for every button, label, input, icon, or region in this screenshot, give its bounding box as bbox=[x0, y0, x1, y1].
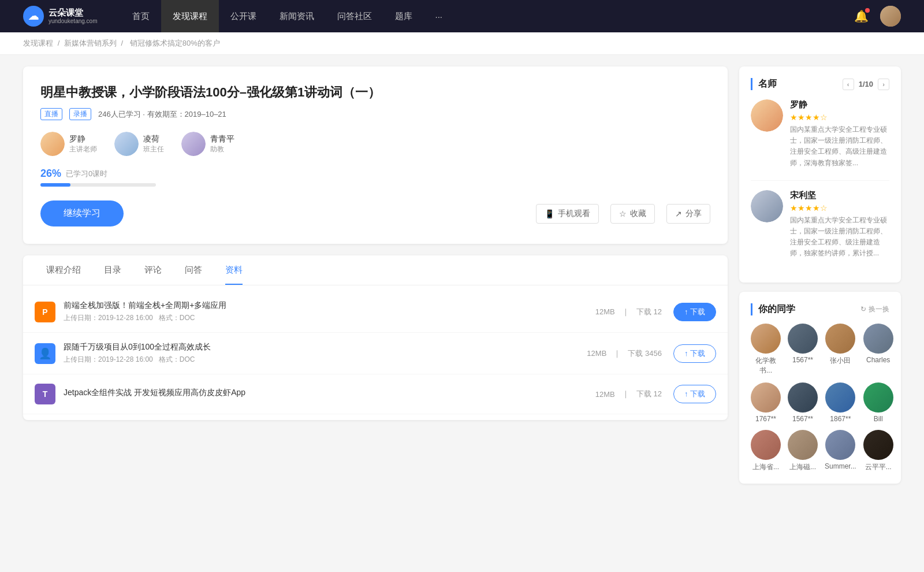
resource-stats-2: 12MB ｜ 下载 3456 bbox=[587, 348, 662, 359]
refresh-button[interactable]: ↻ 换一换 bbox=[860, 304, 889, 314]
nav-more[interactable]: ··· bbox=[424, 0, 454, 32]
student-1-avatar bbox=[751, 324, 781, 354]
sidebar-teacher-2-avatar bbox=[751, 190, 783, 222]
sidebar: 名师 ‹ 1/10 › 罗静 ★★★★☆ bbox=[739, 66, 901, 493]
student-11-avatar bbox=[825, 430, 855, 460]
students-grid: 化学教书... 1567** 张小田 Charles 1767** bbox=[751, 324, 889, 472]
sidebar-teacher-2-img bbox=[751, 190, 783, 222]
share-button[interactable]: ↗ 分享 bbox=[666, 204, 710, 224]
logo[interactable]: ☁ 云朵课堂 yundouketang.com bbox=[23, 6, 98, 27]
resource-name-2: 跟随千万级项目从0到100全过程高效成长 bbox=[64, 342, 587, 352]
resource-name-1: 前端全栈加强版！前端全栈+全周期+多端应用 bbox=[64, 300, 595, 311]
tab-resources[interactable]: 资料 bbox=[214, 255, 254, 285]
tab-qa[interactable]: 问答 bbox=[173, 255, 214, 285]
progress-header: 26% 已学习0课时 bbox=[40, 168, 710, 180]
teacher-3-info: 青青平 助教 bbox=[210, 134, 234, 154]
teacher-1-avatar-img bbox=[40, 132, 65, 156]
resource-icon-1: P bbox=[35, 302, 55, 322]
course-card: 明星中教授课，小学阶段语法100分–强化级第1讲动词（一） 直播 录播 246人… bbox=[23, 66, 728, 244]
tab-intro[interactable]: 课程介绍 bbox=[35, 255, 92, 285]
student-4: Charles bbox=[863, 324, 893, 376]
tab-catalog[interactable]: 目录 bbox=[92, 255, 133, 285]
refresh-icon: ↻ bbox=[860, 305, 866, 313]
breadcrumb-link-discover[interactable]: 发现课程 bbox=[23, 39, 53, 47]
nav-home[interactable]: 首页 bbox=[121, 0, 161, 32]
student-11: Summer... bbox=[825, 430, 856, 472]
prev-teacher-arrow[interactable]: ‹ bbox=[843, 79, 854, 90]
logo-text: 云朵课堂 yundouketang.com bbox=[49, 8, 98, 25]
download-button-2[interactable]: ↑ 下载 bbox=[673, 344, 716, 363]
famous-teachers-card: 名师 ‹ 1/10 › 罗静 ★★★★☆ bbox=[739, 66, 901, 283]
next-teacher-arrow[interactable]: › bbox=[878, 79, 889, 90]
nav-news[interactable]: 新闻资讯 bbox=[268, 0, 326, 32]
download-button-3[interactable]: ↑ 下载 bbox=[673, 385, 716, 403]
logo-icon: ☁ bbox=[23, 6, 44, 27]
course-actions: 继续学习 📱 手机观看 ☆ 收藏 ↗ 分享 bbox=[40, 200, 710, 226]
sidebar-teacher-1-stars: ★★★★☆ bbox=[790, 113, 889, 122]
student-8-name: Bill bbox=[874, 415, 883, 423]
tab-review[interactable]: 评论 bbox=[133, 255, 173, 285]
teacher-divider bbox=[751, 180, 889, 181]
nav-qa[interactable]: 问答社区 bbox=[326, 0, 383, 32]
resource-meta-2: 上传日期：2019-12-28 16:00 格式：DOC bbox=[64, 355, 587, 365]
tabs-card: 课程介绍 目录 评论 问答 资料 P 前端全栈加强版！前端全栈+全周期+多端应用… bbox=[23, 255, 728, 420]
student-10-avatar bbox=[788, 430, 818, 460]
resource-item: 👤 跟随千万级项目从0到100全过程高效成长 上传日期：2019-12-28 1… bbox=[23, 333, 728, 374]
sidebar-teacher-1-desc: 国内某重点大学安全工程专业硕士，国家一级注册消防工程师、注册安全工程师、高级注册… bbox=[790, 124, 889, 169]
resource-icon-2: 👤 bbox=[35, 343, 55, 364]
resource-stats-1: 12MB ｜ 下载 12 bbox=[595, 307, 662, 317]
nav-discover[interactable]: 发现课程 bbox=[161, 0, 219, 32]
student-5-name: 1767** bbox=[755, 415, 776, 423]
bell-icon[interactable]: 🔔 bbox=[854, 9, 869, 23]
student-1-name: 化学教书... bbox=[751, 356, 781, 376]
teacher-1-name: 罗静 bbox=[69, 134, 97, 144]
teacher-2-name: 凌荷 bbox=[143, 134, 164, 144]
course-title: 明星中教授课，小学阶段语法100分–强化级第1讲动词（一） bbox=[40, 84, 710, 101]
tag-live: 直播 bbox=[40, 108, 62, 120]
sidebar-teacher-1-info: 罗静 ★★★★☆ 国内某重点大学安全工程专业硕士，国家一级注册消防工程师、注册安… bbox=[790, 99, 889, 169]
teacher-3-avatar bbox=[181, 132, 206, 156]
classmates-title: 你的同学 bbox=[751, 303, 795, 315]
student-4-name: Charles bbox=[866, 356, 890, 364]
sidebar-teacher-1-avatar bbox=[751, 99, 783, 132]
student-11-name: Summer... bbox=[825, 462, 856, 470]
resource-stats-3: 12MB ｜ 下载 12 bbox=[595, 389, 662, 399]
favorite-button[interactable]: ☆ 收藏 bbox=[610, 204, 655, 224]
teacher-1: 罗静 主讲老师 bbox=[40, 132, 97, 156]
sidebar-teacher-2-name: 宋利坚 bbox=[790, 190, 889, 201]
continue-button[interactable]: 继续学习 bbox=[40, 200, 124, 226]
student-1: 化学教书... bbox=[751, 324, 781, 376]
famous-teachers-title: 名师 ‹ 1/10 › bbox=[751, 78, 889, 90]
resource-item: P 前端全栈加强版！前端全栈+全周期+多端应用 上传日期：2019-12-28 … bbox=[23, 291, 728, 333]
mobile-watch-button[interactable]: 📱 手机观看 bbox=[536, 204, 599, 224]
student-6-avatar bbox=[788, 382, 818, 413]
progress-label: 已学习0课时 bbox=[66, 169, 107, 179]
share-icon: ↗ bbox=[675, 209, 682, 218]
share-label: 分享 bbox=[685, 209, 702, 219]
breadcrumb: 发现课程 / 新媒体营销系列 / 销冠修炼术搞定80%的客户 bbox=[0, 32, 924, 55]
resource-meta-1: 上传日期：2019-12-28 16:00 格式：DOC bbox=[64, 313, 595, 323]
teachers-list: 罗静 主讲老师 凌荷 班主任 bbox=[40, 132, 710, 156]
student-6-name: 1567** bbox=[792, 415, 813, 423]
nav-exam[interactable]: 题库 bbox=[383, 0, 424, 32]
teacher-3-role: 助教 bbox=[210, 144, 234, 154]
download-button-1[interactable]: ↑ 下载 bbox=[673, 303, 716, 321]
student-5-avatar bbox=[751, 382, 781, 413]
user-avatar[interactable] bbox=[880, 6, 901, 27]
action-buttons: 📱 手机观看 ☆ 收藏 ↗ 分享 bbox=[536, 204, 710, 224]
teacher-2-role: 班主任 bbox=[143, 144, 164, 154]
resource-info-1: 前端全栈加强版！前端全栈+全周期+多端应用 上传日期：2019-12-28 16… bbox=[64, 300, 595, 323]
teacher-3-avatar-img bbox=[181, 132, 206, 156]
resource-info-3: Jetpack全组件实战 开发短视频应用高仿皮皮虾App bbox=[64, 388, 595, 400]
student-9: 上海省... bbox=[751, 430, 781, 472]
nav-right: 🔔 bbox=[854, 6, 901, 27]
breadcrumb-link-series[interactable]: 新媒体营销系列 bbox=[64, 39, 117, 47]
nav-open[interactable]: 公开课 bbox=[219, 0, 268, 32]
student-9-avatar bbox=[751, 430, 781, 460]
student-9-name: 上海省... bbox=[752, 462, 779, 472]
progress-bar-fill bbox=[40, 183, 70, 187]
sidebar-teacher-1-name: 罗静 bbox=[790, 99, 889, 110]
resource-name-3: Jetpack全组件实战 开发短视频应用高仿皮皮虾App bbox=[64, 388, 595, 398]
tabs-header: 课程介绍 目录 评论 问答 资料 bbox=[23, 255, 728, 285]
student-8-avatar bbox=[863, 382, 893, 413]
